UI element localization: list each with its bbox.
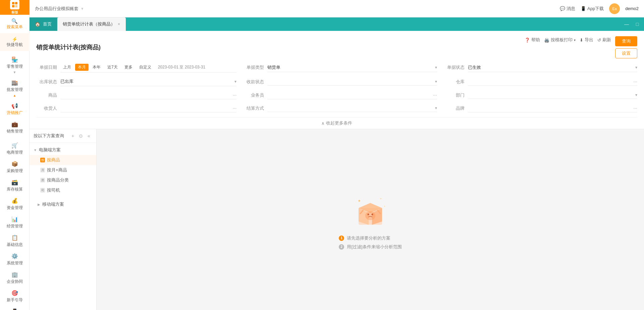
doc-status-label: 单据状态 <box>444 64 468 70</box>
scheme-item-by-product[interactable]: 按 按商品 <box>30 155 96 165</box>
warehouse-dot-btn[interactable]: ··· <box>633 79 637 84</box>
department-control[interactable]: ▾ <box>468 91 637 99</box>
tip-dot-1: 1 <box>339 236 344 241</box>
tab-close-icon[interactable]: × <box>118 22 120 27</box>
tab-bar: 🏠 首页 销货单统计计表（按商品） × — □ <box>30 17 644 31</box>
payment-method-control[interactable]: ▾ <box>267 104 437 112</box>
print-btn[interactable]: 🖨️ 按模板打印 ▾ <box>544 37 576 43</box>
date-btn-7days[interactable]: 近7天 <box>105 64 120 71</box>
sidebar-item-newbie[interactable]: 🎯 新手引导 <box>0 287 30 306</box>
scheme-group-arrow-icon: ▼ <box>34 148 37 152</box>
scheme-edit-btn[interactable]: ⊙ <box>77 133 84 139</box>
svg-rect-2 <box>12 5 14 7</box>
warehouse-status-control[interactable]: 已出库 ▾ <box>60 77 236 86</box>
search-label: 搜索菜单 <box>7 24 23 29</box>
scheme-group-mobile-header[interactable]: ▶ 移动端方案 <box>30 199 96 209</box>
recipient-dot-btn[interactable]: ··· <box>233 105 237 111</box>
date-btn-prev-month[interactable]: 上月 <box>60 64 74 71</box>
scheme-item-label-driver: 按司机 <box>47 187 60 193</box>
payment-status-control[interactable]: ▾ <box>267 78 437 86</box>
date-btn-more[interactable]: 更多 <box>122 64 135 71</box>
user-avatar[interactable]: Ea <box>609 3 620 14</box>
sidebar-item-appstore[interactable]: 📱 应用中心 <box>0 306 30 310</box>
refresh-btn[interactable]: ↺ 刷新 <box>597 37 611 43</box>
brand-control[interactable]: ··· <box>468 104 637 112</box>
page-content: 销货单统计计表(按商品) ❓ 帮助 🖨️ 按模板打印 ▾ ⬇ <box>30 31 644 310</box>
collapse-up-icon: ∧ <box>321 121 325 126</box>
date-filter-control[interactable]: 上月 本月 本年 近7天 更多 自定义 2023-03-01 至 2023-03… <box>60 62 236 72</box>
user-name: demo2 <box>625 6 639 11</box>
doc-type-control[interactable]: 销货单 ▾ <box>267 63 437 72</box>
breadcrumb-area: 办公用品行业模拟账套 ▾ <box>35 6 554 12</box>
scheme-group-mobile-label: 移动端方案 <box>42 201 64 207</box>
date-filter-buttons: 上月 本月 本年 近7天 更多 自定义 <box>60 64 154 71</box>
brand-dot-btn[interactable]: ··· <box>633 105 637 111</box>
scheme-group-desktop-header[interactable]: ▼ 电脑端方案 <box>30 145 96 155</box>
app-logo[interactable]: 标版 <box>0 0 30 15</box>
help-btn[interactable]: ❓ 帮助 <box>525 37 540 43</box>
product-dot-btn[interactable]: ··· <box>233 92 237 98</box>
scheme-add-btn[interactable]: + <box>69 133 76 139</box>
svg-rect-3 <box>15 5 17 7</box>
tab-active-label: 销货单统计计表（按商品） <box>63 21 115 27</box>
app-download-btn[interactable]: 📱 App下载 <box>581 6 604 12</box>
date-btn-current-month[interactable]: 本月 <box>75 64 89 71</box>
date-btn-custom[interactable]: 自定义 <box>137 64 154 71</box>
product-control[interactable]: ··· <box>60 91 236 99</box>
sidebar-item-basic[interactable]: 📋 基础信息 <box>0 232 30 250</box>
doc-status-dropdown-icon[interactable]: ▾ <box>635 65 637 70</box>
salesperson-control[interactable]: ··· <box>267 91 437 99</box>
scheme-item-label-month: 按月+商品 <box>47 167 67 173</box>
salesperson-dot-btn[interactable]: ··· <box>433 92 437 98</box>
scheme-collapse-btn[interactable]: « <box>86 133 92 139</box>
payment-status-cell: 收款状态 ▾ <box>236 77 437 86</box>
date-btn-year[interactable]: 本年 <box>90 64 103 71</box>
sidebar-item-ecommerce[interactable]: 🛒 电商管理 <box>0 140 30 158</box>
sidebar-search[interactable]: 🔍 搜索菜单 <box>0 15 30 33</box>
scheme-item-label-category: 按商品分类 <box>47 177 69 183</box>
sidebar-item-inventory[interactable]: 🗃️ 库存核算 <box>0 176 30 195</box>
appstore-icon: 📱 <box>11 308 18 310</box>
warehouse-status-value: 已出库 <box>60 79 73 85</box>
sidebar-item-system[interactable]: ⚙️ 系统管理 <box>0 250 30 269</box>
brand-label: 品牌 <box>444 105 468 111</box>
warehouse-name-control[interactable]: ··· <box>468 78 637 86</box>
scheme-group-desktop-label: 电脑端方案 <box>39 147 61 153</box>
svg-point-10 <box>367 213 369 215</box>
sidebar-item-finance[interactable]: 💰 资金管理 <box>0 195 30 213</box>
user-initials: Ea <box>612 7 617 11</box>
data-area: ✦ ✦ ✦ 1 请先选择要分析的方案 2 用[过滤]条件来缩小分析范围 <box>97 129 644 310</box>
tab-active[interactable]: 销货单统计计表（按商品） × <box>57 17 126 31</box>
messages-btn[interactable]: 💬 消息 <box>560 6 575 12</box>
recipient-control[interactable]: ··· <box>60 104 236 112</box>
sidebar-item-wholesale[interactable]: 🏬 批发管理 ▲ <box>0 77 30 100</box>
page-title: 销货单统计计表(按商品) <box>36 43 101 51</box>
scheme-item-by-category[interactable]: 类 按商品分类 <box>30 175 96 185</box>
sidebar-quick-nav[interactable]: ⚡ 快捷导航 <box>0 33 30 51</box>
product-cell: 商品 ··· <box>36 91 236 99</box>
date-range-display: 2023-03-01 至 2023-03-31 <box>158 64 205 70</box>
scheme-item-icon-category: 类 <box>40 178 45 183</box>
sidebar-item-sales[interactable]: 💼 销售管理 <box>0 118 30 137</box>
date-filter-label: 单据日期 <box>36 64 60 70</box>
query-button[interactable]: 查询 <box>615 36 637 46</box>
sidebar-item-operations[interactable]: 📊 经营管理 <box>0 213 30 232</box>
scheme-item-by-month-product[interactable]: 月 按月+商品 <box>30 165 96 175</box>
tab-minimize-btn[interactable]: — <box>623 20 631 28</box>
retail-icon: 🏪 <box>11 56 18 63</box>
settings-button[interactable]: 设置 <box>615 48 637 58</box>
sidebar-item-enterprise[interactable]: 🏢 企业协同 <box>0 269 30 287</box>
tab-home[interactable]: 🏠 首页 <box>30 17 57 31</box>
scheme-panel: 按以下方案查询 + ⊙ « ▼ <box>30 129 97 310</box>
empty-tip-2: 2 用[过滤]条件来缩小分析范围 <box>339 244 401 250</box>
sidebar-item-retail[interactable]: 🏪 零售管理 ▼ <box>0 54 30 77</box>
export-btn[interactable]: ⬇ 导出 <box>580 37 593 43</box>
tab-maximize-btn[interactable]: □ <box>633 20 641 28</box>
department-dropdown-icon[interactable]: ▾ <box>635 93 637 97</box>
scheme-item-by-driver[interactable]: 司 按司机 <box>30 185 96 195</box>
doc-status-control[interactable]: 已生效 ▾ <box>468 63 637 72</box>
collapse-bar[interactable]: ∧ 收起更多条件 <box>36 117 637 129</box>
scheme-group-mobile: ▶ 移动端方案 <box>30 197 96 211</box>
sidebar-item-marketing[interactable]: 📢 营销推广 <box>0 100 30 118</box>
sidebar-item-purchase[interactable]: 📦 采购管理 <box>0 158 30 176</box>
